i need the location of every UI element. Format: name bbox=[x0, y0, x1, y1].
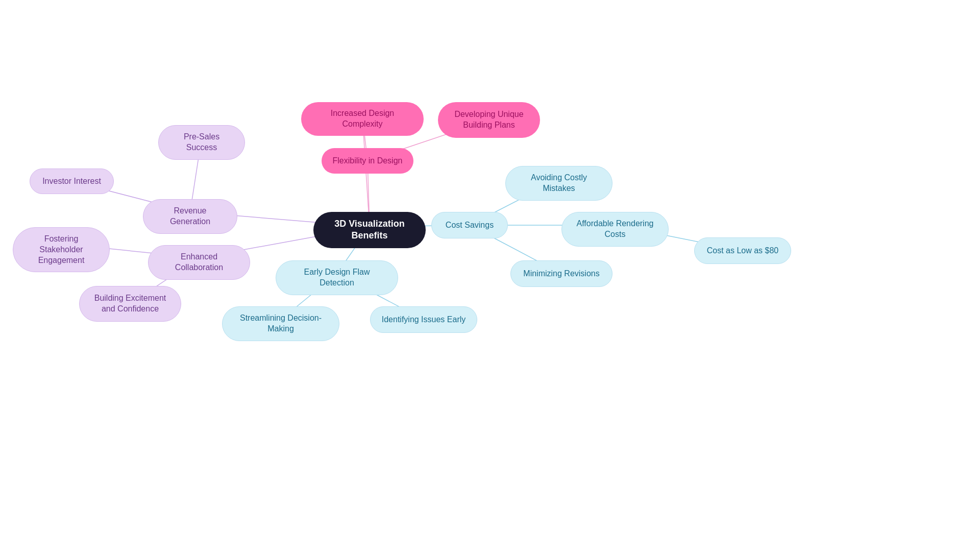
node-label-affordable-rendering-costs: Affordable Rendering Costs bbox=[572, 219, 658, 240]
node-label-building-excitement-confidence: Building Excitement and Confidence bbox=[90, 293, 170, 315]
node-identifying-issues-early: Identifying Issues Early bbox=[370, 306, 477, 333]
node-label-flexibility-in-design: Flexibility in Design bbox=[333, 156, 403, 166]
node-early-design-flaw-detection: Early Design Flaw Detection bbox=[276, 260, 398, 295]
node-label-increased-design-complexity: Increased Design Complexity bbox=[311, 108, 413, 130]
node-affordable-rendering-costs: Affordable Rendering Costs bbox=[561, 212, 669, 247]
node-streamlining-decision-making: Streamlining Decision-Making bbox=[222, 306, 339, 341]
node-label-avoiding-costly-mistakes: Avoiding Costly Mistakes bbox=[516, 173, 602, 194]
connections-svg bbox=[0, 0, 980, 553]
node-avoiding-costly-mistakes: Avoiding Costly Mistakes bbox=[505, 166, 612, 201]
node-label-developing-unique-building-plans: Developing Unique Building Plans bbox=[448, 109, 530, 131]
node-label-streamlining-decision-making: Streamlining Decision-Making bbox=[233, 313, 329, 334]
mind-map: 3D Visualization BenefitsIncreased Desig… bbox=[0, 0, 980, 553]
node-label-enhanced-collaboration: Enhanced Collaboration bbox=[159, 252, 239, 273]
node-minimizing-revisions: Minimizing Revisions bbox=[510, 260, 612, 287]
node-revenue-generation: Revenue Generation bbox=[143, 199, 237, 234]
node-cost-as-low-as-80: Cost as Low as $80 bbox=[694, 237, 791, 264]
node-pre-sales-success: Pre-Sales Success bbox=[158, 125, 245, 160]
node-center: 3D Visualization Benefits bbox=[313, 212, 426, 248]
node-developing-unique-building-plans: Developing Unique Building Plans bbox=[438, 102, 540, 138]
node-label-early-design-flaw-detection: Early Design Flaw Detection bbox=[286, 267, 387, 288]
node-cost-savings: Cost Savings bbox=[431, 212, 508, 238]
node-label-revenue-generation: Revenue Generation bbox=[154, 206, 227, 227]
node-label-fostering-stakeholder-engagement: Fostering Stakeholder Engagement bbox=[23, 234, 99, 266]
node-enhanced-collaboration: Enhanced Collaboration bbox=[148, 245, 250, 280]
node-increased-design-complexity: Increased Design Complexity bbox=[301, 102, 424, 136]
node-flexibility-in-design: Flexibility in Design bbox=[322, 148, 413, 174]
node-label-minimizing-revisions: Minimizing Revisions bbox=[523, 269, 599, 279]
node-label-center: 3D Visualization Benefits bbox=[324, 218, 415, 242]
node-fostering-stakeholder-engagement: Fostering Stakeholder Engagement bbox=[13, 227, 110, 272]
node-building-excitement-confidence: Building Excitement and Confidence bbox=[79, 286, 181, 322]
node-label-cost-savings: Cost Savings bbox=[446, 220, 494, 231]
node-label-pre-sales-success: Pre-Sales Success bbox=[169, 132, 234, 153]
node-label-investor-interest: Investor Interest bbox=[42, 176, 101, 187]
node-investor-interest: Investor Interest bbox=[30, 169, 114, 194]
node-label-cost-as-low-as-80: Cost as Low as $80 bbox=[707, 246, 779, 256]
node-label-identifying-issues-early: Identifying Issues Early bbox=[382, 315, 466, 325]
